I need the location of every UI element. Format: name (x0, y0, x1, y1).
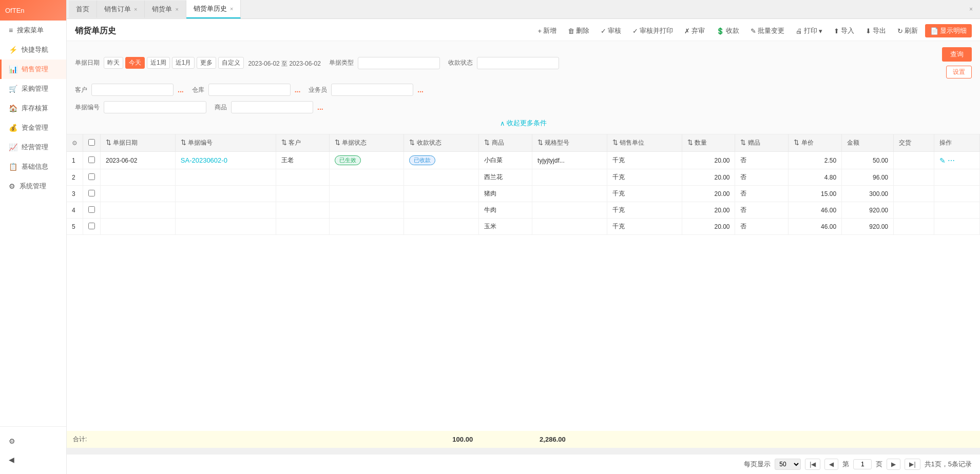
audit-button[interactable]: ✓ 审核 (597, 24, 625, 37)
sort-docno-icon[interactable]: ⇅ (181, 139, 186, 146)
page-input[interactable] (853, 459, 872, 469)
cell-amount: 300.00 (842, 186, 894, 202)
sidebar-item-search-menu[interactable]: ≡ 搜索菜单 (0, 21, 66, 40)
sort-docstatus-icon[interactable]: ⇅ (335, 139, 340, 146)
sidebar-item-collapse[interactable]: ◀ (0, 450, 66, 469)
batch-change-label: 批量变更 (758, 26, 784, 35)
sidebar-item-quick-nav[interactable]: ⚡ 快捷导航 (0, 40, 66, 60)
cell-docno[interactable]: SA-20230602-0 (175, 152, 276, 169)
show-detail-button[interactable]: 📄 显示明细 (925, 24, 972, 37)
cell-checkbox[interactable] (83, 186, 101, 202)
date-range-text: 2023-06-02 至 2023-06-02 (248, 60, 320, 68)
more-op-icon[interactable]: ⋯ (948, 156, 955, 165)
delete-button[interactable]: 🗑 删除 (564, 24, 593, 37)
data-table: ⚙ ⇅ 单据日期 ⇅ 单据编号 ⇅ 客户 ⇅ 单据状态 ⇅ 收款状态 ⇅ 商品 … (67, 134, 980, 235)
sort-paystatus-icon[interactable]: ⇅ (409, 139, 415, 146)
tab-sales-delivery[interactable]: 销货单 × (145, 1, 186, 18)
date-more-btn[interactable]: 更多 (197, 57, 216, 69)
sort-qty-icon[interactable]: ⇅ (687, 139, 693, 146)
sort-spec-icon[interactable]: ⇅ (537, 139, 543, 146)
payment-status-select[interactable] (477, 57, 559, 69)
cell-checkbox[interactable] (83, 152, 101, 169)
table-row: 5玉米千克20.00否46.00920.00 (67, 219, 980, 235)
doc-no-input[interactable] (104, 101, 206, 113)
audit-print-button[interactable]: ✓ 审核并打印 (628, 24, 677, 37)
sort-date-icon[interactable]: ⇅ (106, 139, 111, 146)
tab-home[interactable]: 首页 (69, 1, 97, 18)
per-page-select[interactable]: 50 100 (775, 459, 801, 470)
first-page-btn[interactable]: |◀ (805, 459, 820, 470)
row-checkbox[interactable] (88, 206, 95, 213)
sidebar-bottom: ⚙ ◀ (0, 426, 66, 474)
page-header: 销货单历史 + 新增 🗑 删除 ✓ 审核 ✓ 审核并打印 (67, 19, 980, 41)
row-checkbox[interactable] (88, 156, 95, 163)
table-row: 3猪肉千克20.00否15.00300.00 (67, 186, 980, 202)
date-last1m-btn[interactable]: 近1月 (172, 57, 195, 69)
goods-ellipsis[interactable]: ... (317, 103, 323, 111)
cell-checkbox[interactable] (83, 219, 101, 235)
row-checkbox[interactable] (88, 223, 95, 229)
sort-goods-icon[interactable]: ⇅ (484, 139, 490, 146)
sort-unit-icon[interactable]: ⇅ (612, 139, 618, 146)
doc-no-link[interactable]: SA-20230602-0 (181, 156, 227, 164)
collect-button[interactable]: 💲 收款 (712, 24, 743, 37)
cell-docno (175, 202, 276, 219)
query-button[interactable]: 查询 (942, 47, 972, 62)
print-button[interactable]: 🖨 打印 ▾ (792, 24, 827, 37)
salesperson-ellipsis[interactable]: ... (417, 86, 424, 94)
goods-input[interactable] (231, 101, 313, 113)
sort-customer-icon[interactable]: ⇅ (281, 139, 287, 146)
refresh-button[interactable]: ↻ 刷新 (893, 24, 922, 37)
date-last7-btn[interactable]: 近1周 (147, 57, 170, 69)
setting-button[interactable]: 设置 (946, 66, 972, 78)
horizontal-scrollbar[interactable] (67, 448, 980, 454)
sidebar-item-finance-mgmt[interactable]: 💰 资金管理 (0, 118, 66, 137)
close-sales-delivery-icon[interactable]: × (175, 6, 178, 12)
sidebar-item-settings[interactable]: ⚙ (0, 432, 66, 450)
sidebar-item-sales-mgmt[interactable]: 📊 销售管理 (0, 60, 66, 79)
prev-page-btn[interactable]: ◀ (824, 459, 838, 470)
tab-sales-history[interactable]: 销货单历史 × (186, 0, 241, 18)
cell-goods: 猪肉 (479, 186, 532, 202)
cell-trade (894, 169, 934, 186)
cell-spec (532, 186, 607, 202)
warehouse-ellipsis[interactable]: ... (295, 86, 301, 94)
sort-price-icon[interactable]: ⇅ (794, 139, 799, 146)
sidebar-item-purchase-mgmt[interactable]: 🛒 采购管理 (0, 79, 66, 98)
import-button[interactable]: ⬆ 导入 (830, 24, 858, 37)
sidebar-item-ops-mgmt[interactable]: 📈 经营管理 (0, 137, 66, 157)
sidebar-item-basic-info[interactable]: 📋 基础信息 (0, 157, 66, 176)
sidebar-item-inventory[interactable]: 🏠 库存核算 (0, 98, 66, 118)
row-checkbox[interactable] (88, 190, 95, 196)
edit-op-icon[interactable]: ✎ (939, 156, 946, 165)
new-button[interactable]: + 新增 (533, 24, 561, 37)
customer-input[interactable] (91, 84, 174, 96)
close-sales-history-icon[interactable]: × (230, 6, 233, 12)
warehouse-input[interactable] (208, 84, 291, 96)
cell-seq: 3 (67, 186, 83, 202)
customer-ellipsis[interactable]: ... (178, 86, 184, 94)
date-today-btn[interactable]: 今天 (125, 57, 145, 69)
sidebar-item-sys-mgmt[interactable]: ⚙ 系统管理 (0, 176, 66, 196)
salesperson-input[interactable] (331, 84, 413, 96)
tab-sales-order[interactable]: 销售订单 × (97, 1, 145, 18)
sort-gift-icon[interactable]: ⇅ (740, 139, 746, 146)
gear-column-header[interactable]: ⚙ (67, 134, 83, 152)
last-page-btn[interactable]: ▶| (905, 459, 920, 470)
close-sales-order-icon[interactable]: × (134, 6, 137, 12)
refresh-label: 刷新 (905, 26, 918, 35)
date-custom-btn[interactable]: 自定义 (218, 57, 244, 69)
close-all-tabs[interactable]: × (964, 6, 978, 13)
cell-checkbox[interactable] (83, 202, 101, 219)
batch-change-button[interactable]: ✎ 批量变更 (746, 24, 789, 37)
cell-checkbox[interactable] (83, 169, 101, 186)
abandon-button[interactable]: ✗ 弃审 (680, 24, 709, 37)
next-page-btn[interactable]: ▶ (887, 459, 900, 470)
date-yesterday-btn[interactable]: 昨天 (104, 57, 123, 69)
doc-type-label: 单据类型 (329, 58, 354, 67)
row-checkbox[interactable] (88, 173, 95, 180)
doc-type-select[interactable] (358, 57, 440, 69)
export-button[interactable]: ⬇ 导出 (861, 24, 890, 37)
collapse-toggle[interactable]: ∧ 收起更多条件 (500, 118, 547, 128)
select-all-checkbox[interactable] (88, 139, 95, 146)
